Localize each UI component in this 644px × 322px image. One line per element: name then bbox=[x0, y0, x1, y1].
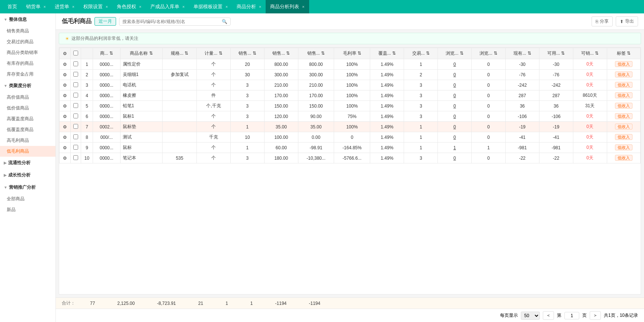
col-header-avail[interactable]: 可用... ⇅ bbox=[539, 48, 573, 59]
search-box[interactable]: 🔍 bbox=[119, 17, 231, 26]
nav-sales-order[interactable]: 销货单 × bbox=[22, 0, 50, 13]
col-header-sales2[interactable]: 销售... ⇅ bbox=[264, 48, 298, 59]
close-icon[interactable]: × bbox=[72, 4, 74, 9]
close-icon[interactable]: × bbox=[106, 4, 108, 9]
prev-page-button[interactable]: ＜ bbox=[543, 311, 554, 320]
sidebar-item-traded-goods[interactable]: 交易过的商品 bbox=[0, 36, 55, 47]
share-button[interactable]: ⎘ 分享 bbox=[592, 16, 613, 26]
row-select-checkbox[interactable] bbox=[73, 145, 78, 150]
row-select-checkbox[interactable] bbox=[73, 103, 78, 108]
sidebar-item-stock-goods[interactable]: 有库存的商品 bbox=[0, 58, 55, 69]
row-checkbox[interactable] bbox=[71, 153, 81, 163]
sidebar-item-low-profit[interactable]: 低毛利商品 bbox=[0, 146, 55, 157]
sidebar-section-cluster[interactable]: ▼ 类聚度分析 bbox=[0, 80, 55, 92]
close-icon[interactable]: × bbox=[225, 4, 228, 9]
row-select-checkbox[interactable] bbox=[73, 61, 78, 66]
sidebar-section-flow[interactable]: ▶ 流通性分析 bbox=[0, 157, 55, 169]
sidebar-item-high-value[interactable]: 高价值商品 bbox=[0, 92, 55, 103]
col-header-check[interactable] bbox=[71, 48, 81, 59]
row-gear[interactable]: ⚙ bbox=[60, 111, 71, 122]
nav-product-analysis[interactable]: 商品分析 × bbox=[232, 0, 266, 13]
row-select-checkbox[interactable] bbox=[73, 93, 78, 98]
sidebar-item-all-goods[interactable]: 全部商品 bbox=[0, 194, 55, 204]
row-select-checkbox[interactable] bbox=[73, 124, 78, 129]
col-header-view2[interactable]: 浏览... ⇅ bbox=[472, 48, 506, 59]
nav-product-analysis-list[interactable]: 商品分析列表 × bbox=[266, 0, 309, 13]
row-view1[interactable]: 0 bbox=[438, 153, 472, 163]
col-header-unit[interactable]: 计量... ⇅ bbox=[197, 48, 231, 59]
row-gear[interactable]: ⚙ bbox=[60, 132, 71, 143]
sidebar-item-high-profit[interactable]: 高毛利商品 bbox=[0, 135, 55, 146]
sidebar-item-sales-goods[interactable]: 销售类商品 bbox=[0, 26, 55, 36]
col-header-tag[interactable]: 标签 ⇅ bbox=[607, 48, 640, 59]
close-icon[interactable]: × bbox=[182, 4, 185, 9]
sidebar-section-overall[interactable]: ▼ 整体信息 bbox=[0, 13, 55, 26]
row-checkbox[interactable] bbox=[71, 122, 81, 132]
sidebar-item-low-coverage[interactable]: 低覆盖度商品 bbox=[0, 124, 55, 135]
nav-home[interactable]: 首页 bbox=[3, 0, 22, 13]
row-checkbox[interactable] bbox=[71, 80, 81, 90]
close-icon[interactable]: × bbox=[259, 4, 261, 9]
date-filter-button[interactable]: 近一月 bbox=[94, 17, 116, 26]
row-select-checkbox[interactable] bbox=[73, 72, 78, 77]
sidebar-item-high-coverage[interactable]: 高覆盖度商品 bbox=[0, 114, 55, 124]
col-header-cover[interactable]: 覆盖... ⇅ bbox=[370, 48, 404, 59]
row-gear[interactable]: ⚙ bbox=[60, 90, 71, 101]
row-checkbox[interactable] bbox=[71, 143, 81, 153]
nav-product-entry[interactable]: 产成品入库单 × bbox=[146, 0, 189, 13]
col-header-sellable[interactable]: 可销... ⇅ bbox=[573, 48, 607, 59]
col-header-view1[interactable]: 浏览... ⇅ bbox=[438, 48, 472, 59]
col-header-gear[interactable]: ⚙ bbox=[60, 48, 71, 59]
search-icon[interactable]: 🔍 bbox=[222, 19, 227, 24]
row-select-checkbox[interactable] bbox=[73, 134, 78, 139]
sidebar-item-low-value[interactable]: 低价值商品 bbox=[0, 103, 55, 114]
row-checkbox[interactable] bbox=[71, 111, 81, 122]
export-button[interactable]: ⬆ 导出 bbox=[616, 16, 638, 26]
select-all-checkbox[interactable] bbox=[73, 51, 78, 55]
col-header-current[interactable]: 现有... ⇅ bbox=[505, 48, 539, 59]
col-header-sales1[interactable]: 销售... ⇅ bbox=[230, 48, 264, 59]
col-header-spec[interactable]: 规格... ⇅ bbox=[163, 48, 197, 59]
close-icon[interactable]: × bbox=[302, 4, 304, 9]
row-view1[interactable]: 0 bbox=[438, 90, 472, 101]
row-select-checkbox[interactable] bbox=[73, 155, 78, 160]
row-select-checkbox[interactable] bbox=[73, 114, 78, 118]
nav-purchase-order[interactable]: 进货单 × bbox=[50, 0, 79, 13]
row-view1[interactable]: 0 bbox=[438, 70, 472, 80]
row-view1[interactable]: 0 bbox=[438, 111, 472, 122]
row-checkbox[interactable] bbox=[71, 132, 81, 143]
row-gear[interactable]: ⚙ bbox=[60, 101, 71, 111]
page-input[interactable] bbox=[564, 312, 579, 319]
row-checkbox[interactable] bbox=[71, 101, 81, 111]
close-icon[interactable]: × bbox=[44, 4, 46, 9]
row-view1[interactable]: 0 bbox=[438, 59, 472, 70]
nav-template-setting[interactable]: 单据模板设置 × bbox=[189, 0, 232, 13]
row-gear[interactable]: ⚙ bbox=[60, 80, 71, 90]
nav-role-auth[interactable]: 角色授权 × bbox=[112, 0, 146, 13]
next-page-button[interactable]: ＞ bbox=[590, 311, 601, 320]
col-header-gross[interactable]: 毛利率 ⇅ bbox=[334, 48, 370, 59]
row-gear[interactable]: ⚙ bbox=[60, 122, 71, 132]
sidebar-item-category-sales[interactable]: 商品分类助销率 bbox=[0, 47, 55, 58]
sidebar-section-growth[interactable]: ▶ 成长性分析 bbox=[0, 169, 55, 181]
row-view1[interactable]: 0 bbox=[438, 80, 472, 90]
row-checkbox[interactable] bbox=[71, 70, 81, 80]
col-header-code[interactable]: 商... ⇅ bbox=[93, 48, 121, 59]
col-header-name[interactable]: 商品名称 ⇅ bbox=[120, 48, 162, 59]
search-input[interactable] bbox=[122, 19, 222, 24]
close-icon[interactable]: × bbox=[139, 4, 141, 9]
row-view1[interactable]: 0 bbox=[438, 101, 472, 111]
col-header-trade[interactable]: 交易... ⇅ bbox=[404, 48, 438, 59]
row-view1[interactable]: 1 bbox=[438, 143, 472, 153]
sidebar-item-new-goods[interactable]: 新品 bbox=[0, 204, 55, 215]
row-gear[interactable]: ⚙ bbox=[60, 153, 71, 163]
nav-permission-setting[interactable]: 权限设置 × bbox=[79, 0, 112, 13]
row-select-checkbox[interactable] bbox=[73, 82, 78, 87]
row-gear[interactable]: ⚙ bbox=[60, 143, 71, 153]
row-checkbox[interactable] bbox=[71, 90, 81, 101]
per-page-select[interactable]: 50 20 100 bbox=[521, 312, 540, 320]
row-checkbox[interactable] bbox=[71, 59, 81, 70]
col-header-sales3[interactable]: 销售... ⇅ bbox=[298, 48, 334, 59]
row-gear[interactable]: ⚙ bbox=[60, 59, 71, 70]
row-gear[interactable]: ⚙ bbox=[60, 70, 71, 80]
